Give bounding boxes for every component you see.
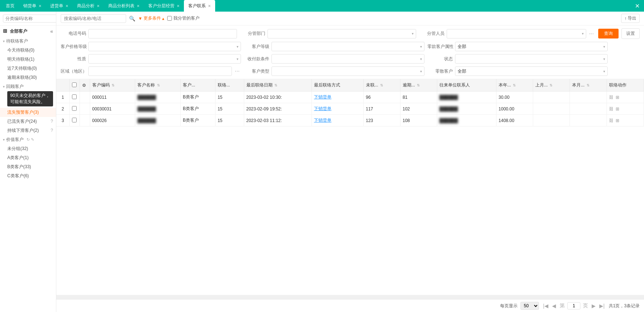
row-last-method-3[interactable]: 下销货单 [311,115,363,126]
region-select[interactable] [88,66,232,76]
table-row: 1 000011 ██████ B类客户 15 2023-03-02 10:30… [56,92,644,103]
action-icons-1: ⛓ ⊞ [609,95,641,100]
sidebar-all-customers[interactable]: ⊞ 全部客户 « [0,26,56,37]
tab-purchase[interactable]: 进货单 ✕ [46,0,73,12]
manager-select[interactable]: ▾ [447,29,586,39]
more-conditions-toggle[interactable]: ▼ 更多条件 ▴ [138,15,164,21]
action-link-icon-1[interactable]: ⛓ [609,95,613,100]
gender-select[interactable]: ▾ [88,54,241,64]
tab-close-analysis[interactable]: ✕ [97,4,100,8]
sort-icon-tmonth: ⇅ [587,83,589,87]
search-input[interactable] [61,14,126,23]
sidebar-group-pending[interactable]: ▾ 待联络客户 [0,37,56,46]
tab-close-sales[interactable]: ✕ [39,4,41,8]
row-last-date-3: 2023-02-03 11:12: [244,115,311,126]
price-level-select[interactable]: ▾ [88,42,241,51]
col-settings[interactable]: ⚙ [80,79,90,92]
row-check-3 [69,115,80,126]
value-icons: ↻ ✎ [27,137,34,142]
tab-close-customer-tier[interactable]: ✕ [177,4,180,8]
settings-button[interactable]: 设置 [621,28,640,39]
filter-row-4: 区域（地区） ··· 客户类型 ▾ 零散客户 [61,66,640,76]
col-overdue-header[interactable]: 逾期... ⇅ [400,79,437,92]
customer-level-select[interactable]: ▾ [271,42,424,51]
col-name-header[interactable]: 客户名称 ⇅ [135,79,181,92]
sidebar-item-7days[interactable]: 近7天待联络(0) [0,64,56,73]
dept-select[interactable]: ▾ [267,29,416,39]
tab-home[interactable]: 首页 [1,0,19,12]
row-last-month-2 [533,103,570,115]
page-first-button[interactable]: |◀ [542,303,550,309]
phone-input[interactable] [88,29,237,39]
page-prev-button[interactable]: ◀ [551,303,557,309]
page-next-button[interactable]: ▶ [591,303,597,309]
zero-attr-chevron: ▾ [603,45,605,49]
tab-customer-tier[interactable]: 客户分层经营 ✕ [144,0,184,12]
customer-type-select[interactable]: ▾ [271,66,424,76]
sidebar-collapse-icon[interactable]: « [50,28,53,34]
sidebar-item-churned[interactable]: 已流失客户(24) ? [0,117,56,126]
action-link-icon-3[interactable]: ⛓ [609,118,613,123]
status-field: 状态 ▾ [427,54,608,64]
select-all-checkbox[interactable] [72,82,77,87]
action-more-icon-3[interactable]: ⊞ [616,118,619,123]
col-uncontact-header[interactable]: 未联... ⇅ [363,79,400,92]
zero-attr-select[interactable]: 全部 ▾ [455,42,608,51]
per-page-select[interactable]: 50 20 100 [520,302,539,310]
row-num-2: 2 [56,103,69,115]
manager-dots[interactable]: ··· [588,31,595,37]
status-select[interactable]: ▾ [455,54,608,64]
col-last-date-header[interactable]: 最后联络日期 ⇅ [244,79,311,92]
sidebar-group-value[interactable]: ▾ 价值客户 ↻ ✎ [0,135,56,144]
col-this-month-header[interactable]: 本月... ⇅ [570,79,607,92]
export-button[interactable]: ↑ 导出 [621,14,640,23]
action-more-icon-2[interactable]: ⊞ [616,106,619,112]
sidebar-item-ungrouped[interactable]: 未分组(32) [0,144,56,153]
tab-close-customer-contact[interactable]: ✕ [208,4,211,8]
payment-field: 收付款条件 ▾ [244,54,424,64]
row-checkbox-1[interactable] [72,94,77,99]
row-last-method-1[interactable]: 下销货单 [311,92,363,103]
sidebar-item-overdue[interactable]: 逾期未联络(30) [0,73,56,82]
window-close-button[interactable]: ✕ [632,3,643,9]
sidebar-item-churn-warning[interactable]: 流失预警客户(3) [0,108,56,117]
tab-close-analysis-list[interactable]: ✕ [137,4,140,8]
zero-customer-chevron: ▾ [603,69,605,73]
col-code-header[interactable]: 客户编码 ⇅ [90,79,135,92]
tab-analysis-list[interactable]: 商品分析列表 ✕ [104,0,144,12]
sidebar-item-declining[interactable]: 持续下滑客户(2) ? [0,126,56,135]
sidebar-search-input[interactable] [3,15,56,23]
zero-customer-select[interactable]: 全部 ▾ [455,66,608,76]
col-last-month-header[interactable]: 上月... ⇅ [533,79,570,92]
tab-analysis[interactable]: 商品分析 ✕ [73,0,104,12]
sidebar-item-tomorrow[interactable]: 明天待联络(1) [0,55,56,64]
my-customers-filter[interactable]: 我分管的客户 [167,15,200,21]
adv-actions: 查询 设置 [598,28,640,39]
sidebar-item-today[interactable]: 今天待联络(0) [0,46,56,55]
tab-sales[interactable]: 销货单 ✕ [19,0,46,12]
action-link-icon-2[interactable]: ⛓ [609,106,613,112]
sidebar-item-a-class[interactable]: A类客户(1) [0,153,56,162]
grid-icon: ⊞ [3,28,7,34]
action-more-icon-1[interactable]: ⊞ [616,95,619,100]
sidebar-item-b-class[interactable]: B类客户(33) [0,162,56,171]
sort-icon-uncontact: ⇅ [380,83,383,87]
search-button[interactable]: 🔍 [129,16,135,21]
my-customers-checkbox[interactable] [167,16,172,21]
sidebar-item-c-class[interactable]: C类客户(6) [0,171,56,181]
query-button[interactable]: 查询 [598,29,619,39]
row-last-method-2[interactable]: 下销货单 [311,103,363,115]
region-dots[interactable]: ··· [233,68,241,74]
tab-customer-contact[interactable]: 客户联系 ✕ [184,0,215,12]
arrow-icon-value: ▾ [3,138,5,142]
horizontal-scrollbar[interactable] [56,295,644,299]
page-number-input[interactable] [567,302,580,309]
row-checkbox-3[interactable] [72,118,77,122]
payment-select[interactable]: ▾ [271,54,424,64]
row-checkbox-2[interactable] [72,106,77,111]
page-last-button[interactable]: ▶| [598,303,606,309]
tab-close-purchase[interactable]: ✕ [65,4,68,8]
sidebar-group-review[interactable]: ▾ 回顾客户 [0,82,56,91]
gender-chevron: ▾ [237,57,238,61]
col-this-year-header[interactable]: 本年... ⇅ [496,79,533,92]
